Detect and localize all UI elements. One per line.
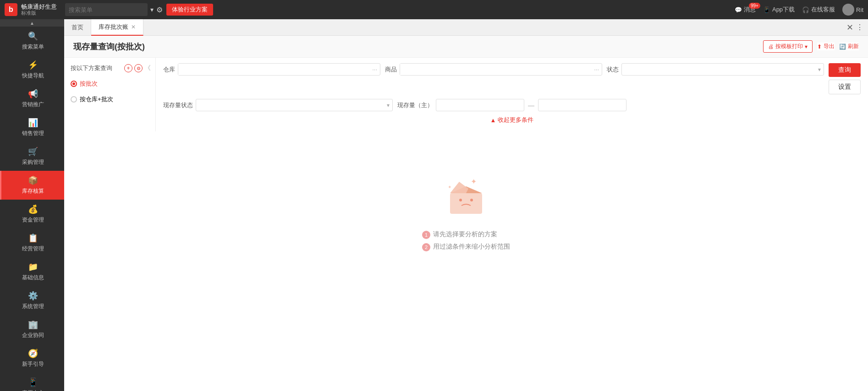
printer-icon: 🖨 (768, 43, 774, 50)
sidebar-item-sales[interactable]: 📊 销售管理 (0, 113, 64, 142)
svg-rect-0 (450, 193, 482, 214)
sidebar-item-enterprise[interactable]: 🏢 企业协同 (0, 315, 64, 344)
sidebar-item-marketing[interactable]: 📢 营销推广 (0, 84, 64, 113)
stock-qty-min-wrap (436, 99, 524, 111)
sidebar-item-basic[interactable]: 📁 基础信息 (0, 257, 64, 286)
messages-btn[interactable]: 💬 消息 99+ (735, 5, 756, 14)
sidebar-item-system[interactable]: ⚙️ 系统管理 (0, 286, 64, 315)
topbar-gear-btn[interactable]: ⚙ (156, 5, 163, 14)
headset-icon: 🎧 (802, 6, 809, 13)
sidebar-item-guide[interactable]: 🧭 新手引导 (0, 344, 64, 373)
scheme-item-batch[interactable]: 按批次 (64, 76, 155, 92)
sidebar-item-label: 新手引导 (22, 360, 44, 368)
sidebar-item-inventory[interactable]: 📦 库存核算 (0, 171, 64, 200)
user-avatar-area[interactable]: Rit (842, 4, 863, 16)
svg-marker-3 (450, 182, 468, 193)
sidebar-item-label: 系统管理 (22, 303, 44, 310)
status-filter-group: 状态 ▾ (607, 63, 824, 76)
svg-point-6 (459, 199, 462, 201)
tab-bar-close-btn[interactable]: ✕ (846, 22, 853, 33)
search-input[interactable] (65, 3, 148, 16)
filter-row-1: 仓库 ··· 商品 ··· (163, 63, 861, 94)
scheme-panel-icons: + ⚙ 《 (124, 64, 151, 72)
warehouse-input[interactable] (178, 64, 369, 75)
finance-icon: 💰 (28, 204, 38, 214)
scheme-settings-icon: ⚙ (137, 66, 141, 71)
messages-badge: 99+ (749, 3, 760, 9)
online-service-btn[interactable]: 🎧 在线客服 (802, 5, 835, 14)
tab-home-label: 首页 (71, 23, 83, 32)
scheme-radio-active (71, 81, 77, 87)
stock-status-input[interactable] (196, 99, 384, 111)
sidebar-item-label: 企业协同 (22, 331, 44, 339)
scheme-add-btn[interactable]: + (124, 64, 132, 72)
settings-btn[interactable]: 设置 (829, 80, 861, 94)
app-download-label: App下载 (772, 5, 795, 14)
collapse-label: 收起更多条件 (498, 116, 533, 124)
stock-qty-max-input[interactable] (538, 99, 626, 111)
stock-qty-filter-group: 现存量（主） — (397, 99, 627, 111)
phone-icon: 📱 (763, 6, 770, 13)
sidebar-item-label: 销售管理 (22, 130, 44, 137)
tab-inventory-batch[interactable]: 库存批次账 ✕ (91, 19, 143, 36)
trial-btn[interactable]: 体验行业方案 (166, 4, 213, 16)
tip-text-1: 请先选择要分析的方案 (433, 230, 497, 239)
filter-area: 仓库 ··· 商品 ··· (156, 58, 868, 131)
sidebar-item-label: 库存核算 (22, 187, 44, 195)
status-label: 状态 (607, 65, 619, 74)
app-logo: b (5, 3, 17, 16)
scheme-radio-inactive (71, 96, 77, 103)
sidebar-item-shortcut[interactable]: ⚡ 快捷导航 (0, 55, 64, 84)
scheme-collapse-btn[interactable]: 《 (144, 64, 151, 72)
operations-icon: 📋 (28, 233, 38, 243)
product-input[interactable] (400, 64, 591, 75)
status-input[interactable] (622, 64, 815, 75)
tab-bar: 首页 库存批次账 ✕ ✕ ⋮ (64, 19, 868, 36)
product-more-btn[interactable]: ··· (591, 64, 602, 75)
refresh-btn[interactable]: 🔄 刷新 (839, 43, 859, 50)
app-download-btn[interactable]: 📱 App下载 (763, 5, 795, 14)
tab-close-btn[interactable]: ✕ (131, 24, 136, 30)
scheme-item-warehouse-batch[interactable]: 按仓库+批次 (64, 92, 155, 107)
product-filter-group: 商品 ··· (385, 63, 602, 76)
marketing-icon: 📢 (28, 89, 38, 99)
svg-point-7 (470, 199, 473, 201)
svg-marker-2 (466, 186, 482, 193)
search-icon: 🔍 (28, 31, 38, 41)
export-btn[interactable]: ⬆ 导出 (817, 43, 835, 50)
enterprise-icon: 🏢 (28, 320, 38, 330)
scheme-panel: 按以下方案查询 + ⚙ 《 按批次 (64, 58, 156, 131)
page-header-actions: 🖨 按模板打印 ▾ ⬆ 导出 🔄 刷新 (763, 40, 859, 53)
search-dropdown-btn[interactable]: ▾ (150, 6, 154, 13)
tab-bar-more-btn[interactable]: ⋮ (856, 23, 863, 32)
stock-qty-min-input[interactable] (436, 99, 524, 111)
sidebar-item-label: 资金管理 (22, 216, 44, 224)
query-btn[interactable]: 查询 (829, 63, 861, 77)
tab-home[interactable]: 首页 (64, 19, 91, 36)
sidebar-item-label: 采购管理 (22, 158, 44, 166)
topbar-left: b 畅康通好生意 标准版 ▾ ⚙ 体验行业方案 (5, 3, 213, 16)
product-input-wrap: ··· (400, 63, 602, 76)
sidebar-scroll-up[interactable]: ▲ (0, 19, 64, 27)
warehouse-more-btn[interactable]: ··· (369, 64, 380, 75)
collapse-more-btn[interactable]: ▲ 收起更多条件 (490, 116, 534, 124)
print-btn[interactable]: 🖨 按模板打印 ▾ (763, 40, 813, 53)
sidebar-item-label: 营销推广 (22, 101, 44, 109)
collapse-up-icon: ▲ (490, 117, 496, 124)
empty-illustration: ✦ ✦ (439, 168, 494, 223)
sidebar-item-finance[interactable]: 💰 资金管理 (0, 200, 64, 228)
sidebar-item-apps[interactable]: 📱 应用中心 (0, 373, 64, 391)
page-title: 现存量查询(按批次) (73, 41, 145, 52)
sidebar-item-purchase[interactable]: 🛒 采购管理 (0, 142, 64, 171)
status-dropdown-icon: ▾ (815, 66, 824, 73)
scheme-settings-btn[interactable]: ⚙ (134, 64, 143, 72)
sidebar-item-search[interactable]: 🔍 搜索菜单 (0, 27, 64, 55)
empty-tips: 1 请先选择要分析的方案 2 用过滤条件来缩小分析范围 (422, 230, 510, 251)
action-buttons: 查询 设置 (829, 63, 861, 94)
stock-qty-max-wrap (538, 99, 626, 111)
stock-status-select-wrap: ▾ (196, 99, 393, 111)
sidebar-item-label: 基础信息 (22, 274, 44, 282)
warehouse-input-wrap: ··· (178, 63, 380, 76)
sidebar-item-operations[interactable]: 📋 经营管理 (0, 228, 64, 257)
stock-status-dropdown-icon: ▾ (384, 102, 392, 109)
